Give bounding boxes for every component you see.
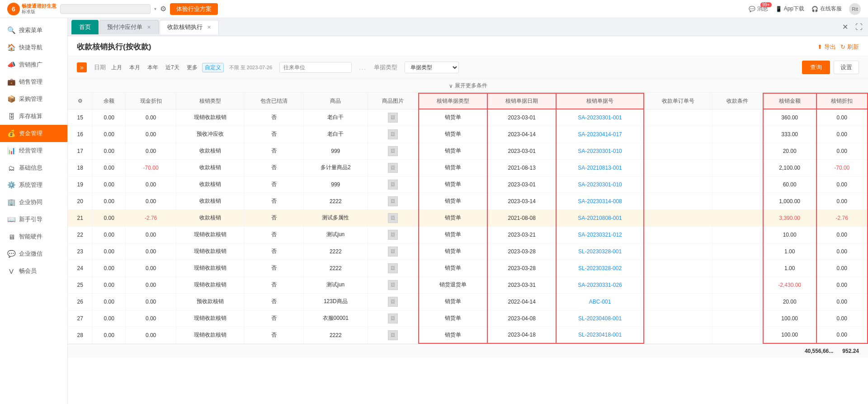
sidebar-item-finance[interactable]: 💰 资金管理 [0,125,67,142]
sidebar-item-system[interactable]: ⚙️ 系统管理 [0,176,67,194]
sidebar-item-sales[interactable]: 💼 销售管理 [0,73,67,90]
receivable-tab-close-icon[interactable]: ✕ [207,24,211,30]
sidebar-item-label: 畅会员 [19,267,37,275]
verify-no-link[interactable]: SA-20230301-001 [578,114,622,121]
cell-verify-no: SA-20230301-001 [556,109,643,126]
col-goods-img: 商品图片 [368,93,419,109]
main-layout: 🔍 搜索菜单 🏠 快捷导航 📣 营销推广 💼 销售管理 📦 采购管理 🗄 库存核… [0,18,868,404]
tab-receivable[interactable]: 收款核销执行 ✕ [160,20,219,34]
verify-no-link[interactable]: SL-20230328-002 [578,265,622,271]
sidebar-item-hardware[interactable]: 🖥 智能硬件 [0,228,67,245]
cell-receive-cond [712,276,763,293]
filter-doctype-select[interactable]: 单据类型 [405,62,459,73]
cell-goods: 测试jun [303,276,368,293]
top-bar: 6 畅捷通谱好生意 标准版 ▾ ⚙ 体验行业方案 💬 消息 99+ 📱 App下… [0,0,868,18]
vip-icon: V [7,267,15,275]
col-verify-doc-type: 核销单据类型 [419,93,487,109]
cell-balance: 0.00 [93,310,126,327]
verify-no-link[interactable]: SA-20230301-010 [578,181,622,188]
sidebar-item-label: 采购管理 [19,95,42,103]
finance-icon: 💰 [7,129,15,138]
gear-icon[interactable]: ⚙ [160,5,166,13]
filter-date-options: 上月 本月 本年 近7天 更多 自定义 [108,63,224,72]
filter-this-month[interactable]: 本月 [127,63,143,72]
table-row: 18 0.00 -70.00 收款核销 否 多计量商品2 🖼 销货单 2021-… [68,159,868,176]
inventory-icon: 🗄 [7,113,15,120]
verify-no-link[interactable]: SA-20230331-026 [578,282,622,288]
cell-verify-doc-type: 销货单 [419,243,487,260]
cell-goods: 2222 [303,193,368,209]
sidebar-item-quicknav[interactable]: 🏠 快捷导航 [0,39,67,56]
cell-cash-discount: 0.00 [126,276,176,293]
filter-btn-group: 查询 设置 [802,61,859,74]
filter-this-year[interactable]: 本年 [145,63,161,72]
tab-home[interactable]: 首页 [71,20,99,34]
cell-verify-amount: 20.00 [763,293,816,310]
user-avatar[interactable]: Rit [849,3,861,15]
url-bar[interactable] [60,4,151,14]
filter-more[interactable]: 更多 [184,63,200,72]
cell-verify-type: 预收冲应收 [176,126,244,143]
sidebar-item-marketing[interactable]: 📣 营销推广 [0,56,67,73]
filter-custom[interactable]: 自定义 [202,63,224,72]
filter-last-month[interactable]: 上月 [108,63,125,72]
filter-expand-button[interactable]: » [77,62,87,72]
data-table: ⚙ 余额 现金折扣 核销类型 包含已结清 商品 商品图片 核销单据类型 核销单据… [68,93,868,344]
cell-cash-discount: 0.00 [126,293,176,310]
cell-verify-date: 2021-08-08 [487,209,556,226]
chevron-down-icon[interactable]: ▾ [154,6,156,11]
settings-button[interactable]: 设置 [834,61,859,74]
query-button[interactable]: 查询 [802,61,830,74]
sidebar-item-guide[interactable]: 📖 新手引导 [0,211,67,228]
cell-receive-cond [712,143,763,159]
verify-no-link[interactable]: SA-20210808-001 [578,215,622,221]
verify-no-link[interactable]: SA-20230314-008 [578,198,622,204]
col-verify-amount: 核销金额 [763,93,816,109]
verify-no-link[interactable]: ABC-001 [589,299,611,305]
sidebar-item-wechat[interactable]: 💬 企业微信 [0,245,67,262]
sidebar-item-enterprise[interactable]: 🏢 企业协同 [0,194,67,211]
refresh-button[interactable]: ↻ 刷新 [840,43,859,51]
verify-no-link[interactable]: SL-20230328-001 [578,248,622,255]
sidebar-item-purchase[interactable]: 📦 采购管理 [0,90,67,108]
expand-more-button[interactable]: ∨ 展开更多条件 [449,82,487,90]
verify-no-link[interactable]: SA-20230301-010 [578,148,622,154]
cell-verify-date: 2023-04-14 [487,126,556,143]
cell-goods-img: 🖼 [368,243,419,260]
verify-no-link[interactable]: SA-20230414-017 [578,131,622,138]
cell-balance: 0.00 [93,126,126,143]
expand-window-button[interactable]: ⛶ [854,21,864,33]
basic-icon: 🗂 [7,164,15,172]
filter-7days[interactable]: 近7天 [163,63,182,72]
sidebar-item-business[interactable]: 📊 经营管理 [0,142,67,159]
message-button[interactable]: 💬 消息 99+ [749,5,768,13]
sidebar-item-basic[interactable]: 🗂 基础信息 [0,159,67,176]
verify-no-link[interactable]: SL-20230418-001 [578,332,622,338]
online-service-button[interactable]: 🎧 在线客服 [811,5,842,13]
close-window-button[interactable]: ✕ [840,21,850,33]
filter-date-label: 日期 [94,63,106,71]
export-button[interactable]: ⬆ 导出 [817,43,836,51]
sidebar-item-search[interactable]: 🔍 搜索菜单 [0,22,67,39]
verify-no-link[interactable]: SA-20210813-001 [578,165,622,171]
table-row: 24 0.00 0.00 现销收款核销 否 2222 🖼 销货单 2023-03… [68,260,868,276]
industry-button[interactable]: 体验行业方案 [170,3,218,15]
table-wrapper: ⚙ 余额 现金折扣 核销类型 包含已结清 商品 商品图片 核销单据类型 核销单据… [68,93,868,344]
prepay-tab-close-icon[interactable]: ✕ [147,24,151,30]
verify-no-link[interactable]: SL-20230408-001 [578,315,622,322]
cell-goods-img: 🖼 [368,310,419,327]
verify-no-link[interactable]: SA-20230321-012 [578,232,622,238]
sidebar-item-vip[interactable]: V 畅会员 [0,262,67,280]
sidebar-item-inventory[interactable]: 🗄 库存核算 [0,108,67,125]
cell-receive-cond [712,109,763,126]
tab-prepay[interactable]: 预付冲应付单 ✕ [99,20,159,34]
cell-verify-discount: 0.00 [816,126,868,143]
cell-receive-cond [712,209,763,226]
cell-verify-date: 2022-04-14 [487,293,556,310]
col-balance: 余额 [93,93,126,109]
filter-partner-input[interactable] [279,62,352,73]
app-download-button[interactable]: 📱 App下载 [775,5,804,13]
cell-verify-date: 2023-04-08 [487,310,556,327]
service-label: 在线客服 [820,5,842,13]
cell-verify-doc-type: 销货单 [419,260,487,276]
